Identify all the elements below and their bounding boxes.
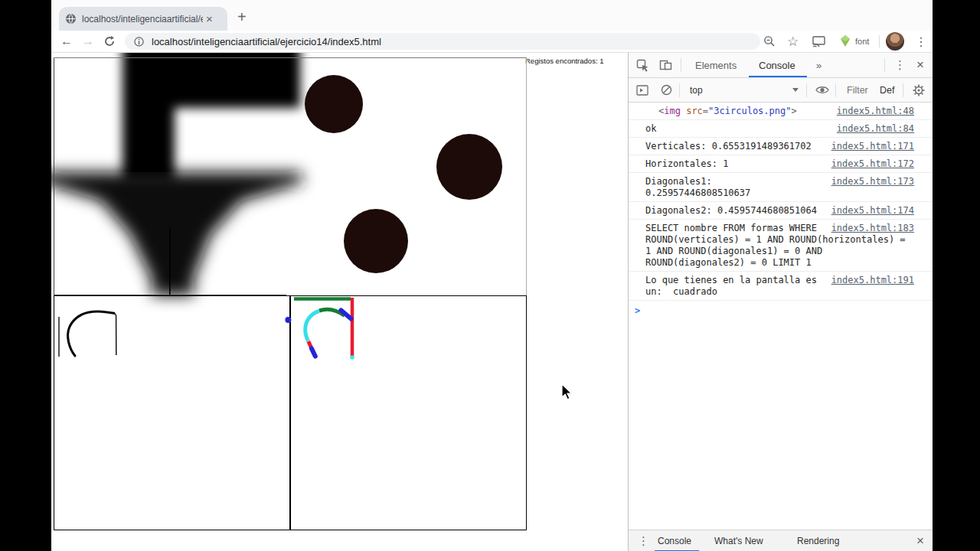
divider xyxy=(679,83,680,97)
browser-toolbar: ← → localhost/inteligenciaartificial/eje… xyxy=(51,31,933,53)
diagonal-segment-blue-2 xyxy=(312,349,315,357)
tab-favicon-globe-icon xyxy=(65,13,77,24)
toolbar-divider xyxy=(879,35,880,47)
tab-elements[interactable]: Elements xyxy=(695,53,737,77)
active-tab-underline xyxy=(749,76,807,78)
inspect-element-icon[interactable] xyxy=(636,53,649,77)
extension-icon[interactable] xyxy=(840,31,851,52)
console-sidebar-icon[interactable] xyxy=(636,78,648,102)
live-expression-eye-icon[interactable] xyxy=(815,78,829,102)
console-source-link[interactable]: index5.html:48 xyxy=(837,106,914,117)
url-text[interactable]: localhost/inteligenciaartificial/ejercic… xyxy=(152,36,381,47)
arc-left-cyan xyxy=(305,311,319,341)
pen-stroke-arc xyxy=(68,311,114,356)
site-info-icon[interactable] xyxy=(134,37,144,47)
console-message-text: Horizontales: 1 xyxy=(645,158,728,169)
console-message-text: <img src="3circulos.png"> xyxy=(658,106,797,116)
drawer-menu-icon[interactable]: ⋮ xyxy=(638,530,649,551)
circle-1 xyxy=(305,75,363,133)
console-filter-input[interactable]: Filter xyxy=(847,78,868,102)
diagonal-segment-blue-1 xyxy=(341,311,351,319)
console-toolbar: top Filter Def xyxy=(629,78,933,103)
console-message: index5.html:183SELECT nombre FROM formas… xyxy=(629,220,933,272)
profile-avatar[interactable] xyxy=(886,31,904,52)
console-source-link[interactable]: index5.html:173 xyxy=(831,176,914,187)
tab-title: localhost/inteligenciaartificial/e xyxy=(82,14,203,24)
console-source-link[interactable]: index5.html:174 xyxy=(831,205,914,217)
back-button[interactable]: ← xyxy=(60,33,73,50)
log-levels-dropdown[interactable]: Def xyxy=(880,78,894,102)
devtools-close-icon[interactable]: × xyxy=(916,53,924,77)
new-tab-button[interactable]: + xyxy=(237,8,247,26)
browser-window: localhost/inteligenciaartificial/e × + ←… xyxy=(51,0,933,551)
pen-stroke-right xyxy=(114,313,116,355)
console-prompt-chevron[interactable]: > xyxy=(629,301,933,321)
drawer-tab-console[interactable]: Console xyxy=(658,530,691,551)
console-messages: index5.html:48<img src="3circulos.png">i… xyxy=(629,103,933,301)
console-message: index5.html:172Horizontales: 1 xyxy=(629,155,933,173)
divider xyxy=(903,83,903,97)
font-extension-label[interactable]: font xyxy=(855,31,869,52)
drawer-tab-rendering[interactable]: Rendering xyxy=(797,530,839,551)
video-frame: { "browser": { "tab": { "title": "localh… xyxy=(0,0,980,551)
console-source-link[interactable]: index5.html:183 xyxy=(831,223,914,234)
console-message: index5.html:84ok xyxy=(629,120,933,138)
forward-button: → xyxy=(82,33,94,50)
mouse-cursor xyxy=(561,383,573,400)
address-bar[interactable]: localhost/inteligenciaartificial/ejercic… xyxy=(125,33,760,50)
endpoint-dot-cyan xyxy=(350,355,354,360)
console-message: index5.html:171Verticales: 0.65531914893… xyxy=(629,138,933,155)
drawing-canvas[interactable] xyxy=(54,295,290,530)
console-message: index5.html:191Lo que tienes en la panta… xyxy=(629,272,933,301)
console-message-text: Diagonales1: 0.25957446808510637 xyxy=(645,176,750,198)
console-source-link[interactable]: index5.html:172 xyxy=(831,158,914,170)
console-settings-gear-icon[interactable] xyxy=(913,78,925,102)
devtools-panel: Elements Console » ⋮ × top xyxy=(628,53,933,551)
divider xyxy=(806,83,807,97)
circle-2 xyxy=(436,134,502,200)
console-message: index5.html:173Diagonales1: 0.2595744680… xyxy=(629,173,933,202)
console-message-text: Verticales: 0.6553191489361702 xyxy=(645,141,812,152)
console-source-link[interactable]: index5.html:171 xyxy=(831,141,914,152)
console-message-text: Lo que tienes en la pantalla es un: cuad… xyxy=(645,275,822,297)
console-source-link[interactable]: index5.html:191 xyxy=(831,275,914,286)
browser-tab[interactable]: localhost/inteligenciaartificial/e × xyxy=(59,7,227,31)
console-message: index5.html:48<img src="3circulos.png"> xyxy=(629,103,933,120)
tab-close-icon[interactable]: × xyxy=(206,13,213,24)
divider xyxy=(835,83,836,97)
devtools-tabbar: Elements Console » ⋮ × xyxy=(629,53,933,78)
bookmark-star-icon[interactable]: ☆ xyxy=(787,31,799,52)
devtools-drawer: ⋮ Console What's New Rendering × xyxy=(629,530,933,551)
dot-blue-left xyxy=(285,317,291,323)
zoom-icon[interactable] xyxy=(763,31,776,52)
reload-icon[interactable] xyxy=(103,35,116,47)
drawer-close-icon[interactable]: × xyxy=(916,530,924,551)
circle-3 xyxy=(344,209,408,273)
console-message: index5.html:174Diagonales2: 0.4595744680… xyxy=(629,202,933,220)
console-source-link[interactable]: index5.html:84 xyxy=(837,123,914,135)
cast-icon[interactable] xyxy=(812,31,826,52)
console-log-area[interactable]: index5.html:48<img src="3circulos.png">i… xyxy=(629,103,933,530)
console-message-text: Diagonales2: 0.4595744680851064 xyxy=(645,205,817,216)
drawer-tab-whats-new[interactable]: What's New xyxy=(714,530,763,551)
context-dropdown-icon[interactable] xyxy=(792,78,799,102)
device-toolbar-icon[interactable] xyxy=(659,53,672,77)
records-found-text: Registos encontrados: 1 xyxy=(525,57,603,65)
console-message-text: ok xyxy=(645,123,656,134)
three-circles-canvas xyxy=(286,57,527,295)
tab-console[interactable]: Console xyxy=(759,53,795,77)
tab-strip: localhost/inteligenciaartificial/e × + xyxy=(51,0,933,31)
context-selector[interactable]: top xyxy=(690,78,703,102)
page-viewport: Registos encontrados: 1 xyxy=(51,53,628,551)
browser-menu-icon[interactable]: ⋮ xyxy=(915,31,927,52)
segments-canvas xyxy=(290,295,527,530)
divider xyxy=(681,58,681,72)
more-tabs-icon[interactable]: » xyxy=(816,53,822,77)
devtools-menu-icon[interactable]: ⋮ xyxy=(894,53,906,77)
clear-console-icon[interactable] xyxy=(661,78,672,102)
divider xyxy=(884,58,885,72)
blurred-shape-image xyxy=(54,57,286,295)
